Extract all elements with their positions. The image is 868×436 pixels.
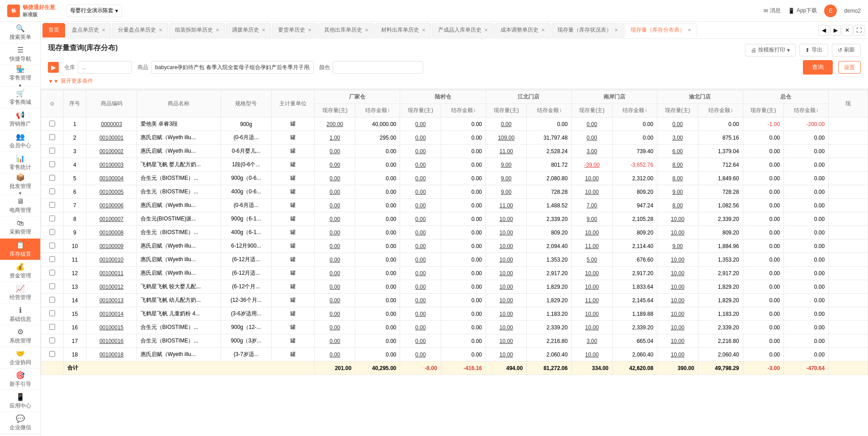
row-code[interactable]: 00100018 xyxy=(86,348,137,361)
row-w5-qty[interactable]: 0.00 xyxy=(657,117,698,131)
row-code[interactable]: 00100012 xyxy=(86,280,137,294)
sidebar-item-wechat[interactable]: 💬 企业微信 xyxy=(0,412,40,434)
tab-other-out[interactable]: 其他出库单历史 ✕ xyxy=(318,23,374,38)
tab-close-all-btn[interactable]: ✕ xyxy=(842,25,853,36)
row-w3-qty[interactable]: 10.00 xyxy=(486,321,527,334)
row-w3-qty[interactable]: 10.00 xyxy=(486,348,527,361)
row-w4-qty[interactable]: -39.00 xyxy=(571,158,612,172)
row-w1-qty[interactable]: 0.00 xyxy=(314,348,355,361)
row-code[interactable]: 00100015 xyxy=(86,321,137,334)
row-w5-qty[interactable]: 10.00 xyxy=(657,226,698,239)
row-checkbox[interactable] xyxy=(41,348,64,361)
row-code[interactable]: 00100010 xyxy=(86,253,137,267)
sidebar-item-marketing[interactable]: 📢 营销推广 xyxy=(0,108,40,130)
row-w3-qty[interactable]: 10.00 xyxy=(486,334,527,348)
row-w2-qty[interactable]: 0.00 xyxy=(400,212,441,226)
row-checkbox[interactable] xyxy=(41,226,64,239)
row-w2-qty[interactable]: 0.00 xyxy=(400,267,441,280)
close-cost-adjust-icon[interactable]: ✕ xyxy=(541,28,545,33)
row-checkbox[interactable] xyxy=(41,117,64,131)
sidebar-item-app-center[interactable]: 📱 应用中心 xyxy=(0,390,40,412)
sidebar-item-member2[interactable]: ⭐ 畅会员 xyxy=(0,434,40,436)
row-checkbox[interactable] xyxy=(41,131,64,145)
row-w3-qty[interactable]: 10.00 xyxy=(486,226,527,239)
row-w5-qty[interactable]: 10.00 xyxy=(657,267,698,280)
row-w5-qty[interactable]: 10.00 xyxy=(657,307,698,321)
row-w1-qty[interactable]: 0.00 xyxy=(314,145,355,158)
row-w3-qty[interactable]: 9.00 xyxy=(486,172,527,185)
row-w3-qty[interactable]: 109.00 xyxy=(486,131,527,145)
tab-combo-history[interactable]: 组装拆卸单历史 ✕ xyxy=(169,23,225,38)
close-stock-status-icon[interactable]: ✕ xyxy=(614,28,618,33)
row-w1-qty[interactable]: 0.00 xyxy=(314,334,355,348)
sidebar-item-finance[interactable]: 💰 资金管理 xyxy=(0,260,40,282)
refresh-btn[interactable]: ↺ 刷新 xyxy=(832,44,861,56)
tab-material-out[interactable]: 材料出库单历史 ✕ xyxy=(375,23,431,38)
row-code[interactable]: 00100009 xyxy=(86,239,137,253)
row-w5-qty[interactable]: 10.00 xyxy=(657,294,698,307)
row-w2-qty[interactable]: 0.00 xyxy=(400,117,441,131)
row-w3-qty[interactable]: 9.00 xyxy=(486,158,527,172)
row-w5-qty[interactable]: 6.00 xyxy=(657,145,698,158)
row-code[interactable]: 00100014 xyxy=(86,307,137,321)
row-w2-qty[interactable]: 0.00 xyxy=(400,321,441,334)
row-w4-qty[interactable]: 5.00 xyxy=(571,253,612,267)
sidebar-item-purchase[interactable]: 🛍 采购管理 xyxy=(0,217,40,239)
tab-stock-dist[interactable]: 现存量（库存分布表） ✕ xyxy=(625,23,697,38)
row-w1-qty[interactable]: 0.00 xyxy=(314,267,355,280)
row-w3-qty[interactable]: 10.00 xyxy=(486,267,527,280)
row-code[interactable]: 00100006 xyxy=(86,199,137,212)
row-w4-qty[interactable]: 11.00 xyxy=(571,239,612,253)
close-stockin-icon[interactable]: ✕ xyxy=(102,28,105,33)
row-w5-qty[interactable]: 8.00 xyxy=(657,158,698,172)
row-w4-qty[interactable]: 10.00 xyxy=(571,307,612,321)
row-w1-qty[interactable]: 0.00 xyxy=(314,185,355,199)
table-area[interactable]: ⚙ 序号 商品编码 商品名称 规格型号 主计量单位 厂家仓 陆村仓 江北门店 南… xyxy=(41,90,868,436)
company-dropdown[interactable]: 母婴行业演示陈套 ▾ xyxy=(66,5,122,17)
goods-input[interactable] xyxy=(151,61,314,74)
tab-product-in[interactable]: 产成品入库单历史 ✕ xyxy=(432,23,494,38)
close-other-out-icon[interactable]: ✕ xyxy=(365,28,368,33)
row-w3-qty[interactable]: 10.00 xyxy=(486,212,527,226)
row-w4-qty[interactable]: 0.00 xyxy=(571,117,612,131)
row-w5-qty[interactable]: 9.00 xyxy=(657,185,698,199)
row-checkbox[interactable] xyxy=(41,294,64,307)
row-w1-qty[interactable]: 0.00 xyxy=(314,172,355,185)
row-w2-qty[interactable]: 0.00 xyxy=(400,199,441,212)
tab-stock-status[interactable]: 现存量（库存状况表） ✕ xyxy=(552,23,624,38)
sidebar-item-operations[interactable]: 📈 经营管理 xyxy=(0,282,40,304)
row-w3-qty[interactable]: 0.00 xyxy=(486,117,527,131)
row-w2-qty[interactable]: 0.00 xyxy=(400,145,441,158)
row-w4-qty[interactable]: 7.00 xyxy=(571,199,612,212)
row-w4-qty[interactable]: 10.00 xyxy=(571,348,612,361)
close-adjust-icon[interactable]: ✕ xyxy=(262,28,265,33)
table-gear-icon[interactable]: ⚙ xyxy=(50,101,55,107)
row-w3-qty[interactable]: 9.00 xyxy=(486,185,527,199)
print-btn[interactable]: 🖨 按模板打印 ▾ xyxy=(745,44,796,56)
setting-btn[interactable]: 设置 xyxy=(838,61,861,74)
row-w2-qty[interactable]: 0.00 xyxy=(400,348,441,361)
row-w4-qty[interactable]: 9.00 xyxy=(571,212,612,226)
row-code[interactable]: 0000003 xyxy=(86,117,137,131)
row-w2-qty[interactable]: 0.00 xyxy=(400,226,441,239)
row-w2-qty[interactable]: 0.00 xyxy=(400,185,441,199)
tab-stockin-history[interactable]: 盘点单历史 ✕ xyxy=(66,23,111,38)
row-w1-qty[interactable]: 0.00 xyxy=(314,321,355,334)
row-checkbox[interactable] xyxy=(41,158,64,172)
row-code[interactable]: 00100003 xyxy=(86,158,137,172)
row-w3-qty[interactable]: 10.00 xyxy=(486,239,527,253)
row-w3-qty[interactable]: 10.00 xyxy=(486,280,527,294)
row-checkbox[interactable] xyxy=(41,267,64,280)
sidebar-item-system[interactable]: ⚙ 系统管理 xyxy=(0,325,40,347)
row-checkbox[interactable] xyxy=(41,199,64,212)
close-material-out-icon[interactable]: ✕ xyxy=(422,28,425,33)
tab-cost-adjust[interactable]: 成本调整单历史 ✕ xyxy=(495,23,551,38)
row-w4-qty[interactable]: 11.00 xyxy=(571,294,612,307)
row-w3-qty[interactable]: 10.00 xyxy=(486,307,527,321)
sidebar-item-retail-mgmt[interactable]: 🏪 零售管理 ▲ xyxy=(0,65,40,87)
row-w4-qty[interactable]: 0.00 xyxy=(571,131,612,145)
row-w1-qty[interactable]: 0.00 xyxy=(314,226,355,239)
row-w2-qty[interactable]: 0.00 xyxy=(400,131,441,145)
tab-adjust-history[interactable]: 调拨单历史 ✕ xyxy=(226,23,271,38)
row-checkbox[interactable] xyxy=(41,253,64,267)
